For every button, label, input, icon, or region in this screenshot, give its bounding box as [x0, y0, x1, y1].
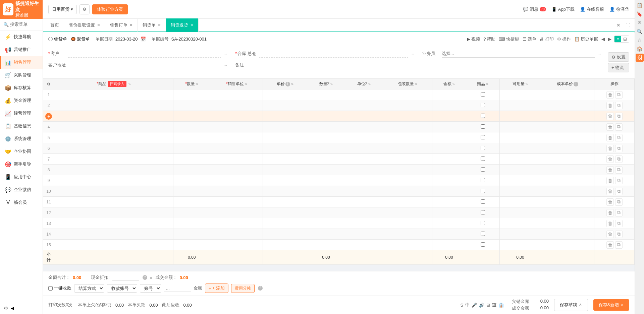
available-cell[interactable] — [499, 240, 541, 250]
rp-star-icon[interactable]: ☆ — [636, 36, 644, 44]
unit2-cell[interactable] — [345, 89, 383, 100]
sale-unit-cell[interactable] — [210, 143, 263, 154]
gift-sort-icon[interactable]: ⇅ — [486, 82, 488, 86]
note-input[interactable] — [255, 61, 414, 69]
sale-unit-cell[interactable] — [210, 186, 263, 197]
product-sort-icon[interactable]: ⇅ — [128, 82, 131, 86]
rp-doc-icon[interactable]: 📋 — [636, 1, 644, 9]
gift-cell[interactable] — [466, 240, 499, 250]
copy-row-button[interactable]: ⧉ — [615, 113, 623, 120]
sidebar-item-app-center[interactable]: 📱 应用中心 — [0, 171, 43, 183]
product-cell[interactable] — [54, 89, 173, 100]
cost-price-cell[interactable] — [541, 111, 594, 122]
gift-cell[interactable] — [466, 165, 499, 175]
amount-cell[interactable] — [432, 154, 466, 165]
unit-price-cell[interactable] — [263, 154, 307, 165]
qty2-cell[interactable] — [307, 132, 345, 143]
sale-unit-sort-icon[interactable]: ⇅ — [245, 82, 247, 86]
unit2-cell[interactable] — [345, 154, 383, 165]
fee-allocation-button[interactable]: 费用分摊 — [231, 284, 255, 293]
delete-row-button[interactable]: 🗑 — [606, 134, 614, 141]
sale-unit-cell[interactable] — [210, 197, 263, 207]
message-button[interactable]: 💬 消息 70 — [523, 6, 546, 12]
available-cell[interactable] — [499, 165, 541, 175]
copy-row-button[interactable]: ⧉ — [615, 145, 623, 152]
sidebar-item-finance[interactable]: 💰 资金管理 — [0, 94, 43, 107]
delete-row-button[interactable]: 🗑 — [606, 102, 614, 109]
tab-sale-return[interactable]: 销货退货 ✕ — [166, 18, 199, 32]
available-cell[interactable] — [499, 175, 541, 186]
add-row-button[interactable]: + — [45, 113, 52, 120]
sale-unit-cell[interactable] — [210, 165, 263, 175]
product-cell[interactable] — [54, 122, 173, 132]
sidebar-item-inventory[interactable]: 📦 库存核算 — [0, 81, 43, 94]
gift-cell[interactable] — [466, 229, 499, 240]
copy-row-button[interactable]: ⧉ — [615, 102, 623, 109]
unit-price-cell[interactable] — [263, 229, 307, 240]
sidebar-item-member[interactable]: V 畅会员 — [0, 196, 43, 209]
rp-bookmark-icon[interactable]: 🔖 — [636, 10, 644, 18]
maximize-button[interactable]: ⛶ — [624, 21, 632, 29]
cost-price-cell[interactable] — [541, 154, 594, 165]
rp-mail-icon[interactable]: ✉ — [636, 19, 644, 27]
product-input[interactable] — [56, 114, 171, 119]
cost-price-cell[interactable] — [541, 218, 594, 229]
available-cell[interactable] — [499, 100, 541, 111]
available-cell[interactable] — [499, 229, 541, 240]
calendar-icon[interactable]: 📅 — [141, 37, 146, 42]
discount-info-icon[interactable]: ? — [143, 275, 147, 280]
available-cell[interactable] — [499, 218, 541, 229]
amount-cell[interactable] — [432, 132, 466, 143]
unit-price-cell[interactable] — [263, 100, 307, 111]
qty2-cell[interactable] — [307, 100, 345, 111]
gift-cell[interactable] — [466, 175, 499, 186]
qty-cell[interactable] — [173, 229, 210, 240]
sidebar-item-marketing[interactable]: 📢 营销推广 — [0, 43, 43, 56]
warehouse-dots[interactable]: ··· — [411, 51, 414, 56]
pack-qty-cell[interactable] — [383, 186, 432, 197]
save-draft-button[interactable]: 保存草稿 ∧ — [554, 299, 588, 311]
copy-row-button[interactable]: ⧉ — [615, 198, 623, 206]
qty-cell[interactable] — [173, 100, 210, 111]
cost-price-cell[interactable] — [541, 132, 594, 143]
cost-price-cell[interactable] — [541, 197, 594, 207]
pack-qty-sort-icon[interactable]: ⇅ — [415, 82, 417, 86]
customer-input[interactable] — [68, 50, 221, 58]
sidebar-item-quick-nav[interactable]: ⚡ 快捷导航 — [0, 30, 43, 43]
delete-row-button[interactable]: 🗑 — [606, 220, 614, 227]
online-service-button[interactable]: 👤 在线客服 — [580, 6, 604, 12]
delete-row-button[interactable]: 🗑 — [606, 188, 614, 195]
delete-row-button[interactable]: 🗑 — [606, 145, 614, 152]
unit-price-cell[interactable] — [263, 207, 307, 218]
tab-sale-order[interactable]: 销售订单 ✕ — [105, 18, 138, 32]
unit2-sort-icon[interactable]: ⇅ — [368, 82, 371, 86]
cost-price-cell[interactable] — [541, 143, 594, 154]
logistics-button[interactable]: + 物流 — [608, 63, 629, 72]
delete-row-button[interactable]: 🗑 — [606, 123, 614, 131]
cost-price-cell[interactable] — [541, 175, 594, 186]
amount-cell[interactable] — [432, 229, 466, 240]
gift-cell[interactable] — [466, 89, 499, 100]
sale-unit-cell[interactable] — [210, 132, 263, 143]
sale-unit-cell[interactable] — [210, 229, 263, 240]
video-button[interactable]: ▶ 视频 — [467, 36, 480, 42]
qty2-cell[interactable] — [307, 218, 345, 229]
copy-row-button[interactable]: ⧉ — [615, 123, 623, 131]
unit-price-cell[interactable] — [263, 240, 307, 250]
qty2-cell[interactable] — [307, 240, 345, 250]
pack-qty-cell[interactable] — [383, 207, 432, 218]
qty-cell[interactable] — [173, 197, 210, 207]
unit-price-sort-icon[interactable]: ⇅ — [291, 82, 293, 86]
product-cell[interactable] — [54, 111, 173, 122]
operate-button[interactable]: ⚙ 操作 — [557, 36, 571, 42]
sidebar-item-operations[interactable]: 📈 经营管理 — [0, 107, 43, 120]
qty-cell[interactable] — [173, 122, 210, 132]
available-cell[interactable] — [499, 154, 541, 165]
qty2-cell[interactable] — [307, 122, 345, 132]
cost-price-cell[interactable] — [541, 207, 594, 218]
sale-unit-cell[interactable] — [210, 240, 263, 250]
gift-cell[interactable] — [466, 207, 499, 218]
unit2-cell[interactable] — [345, 122, 383, 132]
unit-price-cell[interactable] — [263, 186, 307, 197]
pack-qty-cell[interactable] — [383, 111, 432, 122]
